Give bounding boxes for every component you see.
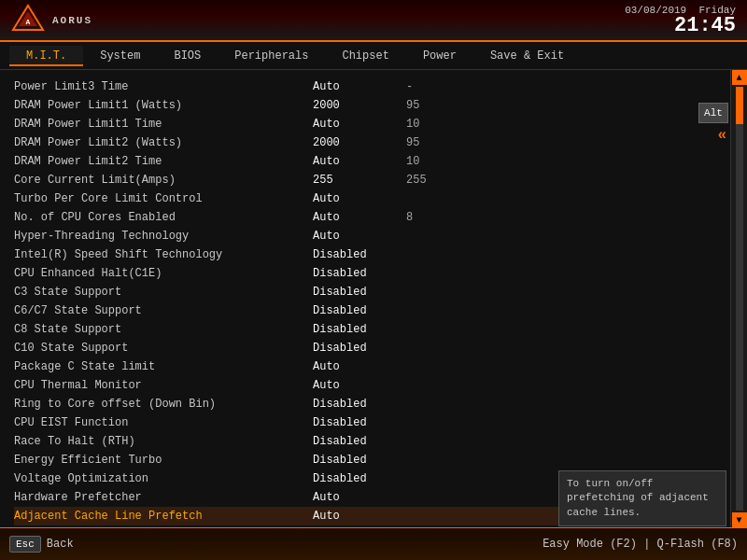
setting-row[interactable]: Turbo Per Core Limit ControlAuto xyxy=(14,189,674,208)
setting-name: CPU EIST Function xyxy=(14,416,313,429)
esc-button-area[interactable]: Esc Back xyxy=(9,536,74,553)
setting-extra: 10 xyxy=(406,118,419,131)
time-display: 21:45 xyxy=(625,16,736,36)
setting-name: Voltage Optimization xyxy=(14,472,313,485)
setting-value: Disabled xyxy=(313,323,406,336)
setting-value: Auto xyxy=(313,230,406,243)
setting-row[interactable]: Package C State limitAuto xyxy=(14,357,674,376)
setting-name: CPU Enhanced Halt(C1E) xyxy=(14,267,313,280)
setting-row[interactable]: C8 State SupportDisabled xyxy=(14,320,674,339)
setting-value: Auto xyxy=(313,510,406,523)
setting-row[interactable]: Intel(R) Speed Shift TechnologyDisabled xyxy=(14,245,674,264)
esc-key[interactable]: Esc xyxy=(9,536,41,553)
setting-name: Power Limit3 Time xyxy=(14,80,313,93)
setting-value: Disabled xyxy=(313,472,406,485)
setting-row[interactable]: No. of CPU Cores EnabledAuto8 xyxy=(14,208,674,227)
nav-item-chipset[interactable]: Chipset xyxy=(325,46,405,66)
svg-text:A: A xyxy=(26,18,31,26)
scroll-thumb[interactable] xyxy=(736,87,743,124)
setting-value: Disabled xyxy=(313,286,406,299)
setting-extra: 95 xyxy=(406,136,419,149)
setting-name: DRAM Power Limit1 Time xyxy=(14,118,313,131)
logo-text: AORUS xyxy=(52,15,92,26)
scroll-track[interactable] xyxy=(736,87,743,511)
setting-name: DRAM Power Limit2 Time xyxy=(14,155,313,168)
scroll-down-button[interactable]: ▼ xyxy=(732,512,747,527)
settings-table: Power Limit3 TimeAuto-DRAM Power Limit1 … xyxy=(0,70,730,527)
setting-row[interactable]: Energy Efficient TurboDisabled xyxy=(14,451,674,469)
aorus-logo-icon: A xyxy=(11,4,45,37)
setting-row[interactable]: Ring to Core offset (Down Bin)Disabled xyxy=(14,395,674,413)
setting-name: No. of CPU Cores Enabled xyxy=(14,211,313,224)
setting-value: Disabled xyxy=(313,416,406,429)
back-arrows-button[interactable]: « xyxy=(717,127,726,144)
setting-name: Ring to Core offset (Down Bin) xyxy=(14,398,313,411)
setting-row[interactable]: Race To Halt (RTH)Disabled xyxy=(14,432,674,451)
setting-value: Disabled xyxy=(313,342,406,355)
setting-name: DRAM Power Limit1 (Watts) xyxy=(14,99,313,112)
logo-area: A AORUS xyxy=(11,4,92,37)
setting-value: Disabled xyxy=(313,304,406,317)
setting-row[interactable]: DRAM Power Limit1 TimeAuto10 xyxy=(14,115,674,133)
setting-name: Hardware Prefetcher xyxy=(14,491,313,504)
setting-row[interactable]: C10 State SupportDisabled xyxy=(14,339,674,357)
setting-row[interactable]: DRAM Power Limit1 (Watts)200095 xyxy=(14,96,674,115)
nav-item-bios[interactable]: BIOS xyxy=(157,46,218,66)
setting-name: Intel(R) Speed Shift Technology xyxy=(14,248,313,261)
setting-value: Disabled xyxy=(313,454,406,467)
setting-value: Auto xyxy=(313,491,406,504)
nav-item-system[interactable]: System xyxy=(83,46,157,66)
setting-extra: 8 xyxy=(406,211,413,224)
setting-name: Energy Efficient Turbo xyxy=(14,454,313,467)
setting-value: 255 xyxy=(313,174,406,187)
scrollbar[interactable]: ▲ ▼ xyxy=(730,70,747,527)
setting-name: CPU Thermal Monitor xyxy=(14,379,313,392)
nav-item-power[interactable]: Power xyxy=(406,46,473,66)
setting-extra: - xyxy=(406,80,413,93)
setting-row[interactable]: DRAM Power Limit2 TimeAuto10 xyxy=(14,152,674,171)
alt-button[interactable]: Alt xyxy=(698,103,728,123)
setting-row[interactable]: CPU Thermal MonitorAuto xyxy=(14,376,674,395)
setting-name: Adjacent Cache Line Prefetch xyxy=(14,510,313,523)
bottom-bar: Esc Back Easy Mode (F2) | Q-Flash (F8) xyxy=(0,527,747,560)
setting-row[interactable]: CPU Enhanced Halt(C1E)Disabled xyxy=(14,264,674,283)
setting-row[interactable]: C3 State SupportDisabled xyxy=(14,283,674,301)
setting-row[interactable]: Core Current Limit(Amps)255255 xyxy=(14,171,674,189)
scroll-up-button[interactable]: ▲ xyxy=(732,70,747,85)
top-bar: A AORUS 03/08/2019 Friday 21:45 xyxy=(0,0,747,42)
setting-name: Hyper-Threading Technology xyxy=(14,230,313,243)
setting-value: Auto xyxy=(313,118,406,131)
setting-value: 2000 xyxy=(313,136,406,149)
setting-value: Disabled xyxy=(313,435,406,448)
setting-row[interactable]: C6/C7 State SupportDisabled xyxy=(14,301,674,320)
tooltip-box: To turn on/off prefetching of adjacent c… xyxy=(558,470,726,526)
bottom-right-hints: Easy Mode (F2) | Q-Flash (F8) xyxy=(543,538,738,551)
nav-item-save---exit[interactable]: Save & Exit xyxy=(473,46,581,66)
setting-value: Auto xyxy=(313,192,406,205)
setting-name: C6/C7 State Support xyxy=(14,304,313,317)
setting-name: Core Current Limit(Amps) xyxy=(14,174,313,187)
setting-value: Auto xyxy=(313,211,406,224)
setting-value: 2000 xyxy=(313,99,406,112)
setting-row[interactable]: DRAM Power Limit2 (Watts)200095 xyxy=(14,133,674,152)
setting-value: Auto xyxy=(313,379,406,392)
setting-value: Disabled xyxy=(313,248,406,261)
setting-row[interactable]: CPU EIST FunctionDisabled xyxy=(14,413,674,432)
main-content: Power Limit3 TimeAuto-DRAM Power Limit1 … xyxy=(0,70,730,527)
setting-value: Auto xyxy=(313,80,406,93)
nav-item-peripherals[interactable]: Peripherals xyxy=(218,46,325,66)
setting-name: Race To Halt (RTH) xyxy=(14,435,313,448)
back-label: Back xyxy=(47,538,74,551)
setting-value: Auto xyxy=(313,155,406,168)
setting-row[interactable]: Power Limit3 TimeAuto- xyxy=(14,77,674,96)
setting-name: DRAM Power Limit2 (Watts) xyxy=(14,136,313,149)
setting-name: Turbo Per Core Limit Control xyxy=(14,192,313,205)
nav-bar: M.I.T.SystemBIOSPeripheralsChipsetPowerS… xyxy=(0,42,747,70)
setting-row[interactable]: Hyper-Threading TechnologyAuto xyxy=(14,227,674,245)
setting-name: Package C State limit xyxy=(14,360,313,373)
nav-item-m-i-t-[interactable]: M.I.T. xyxy=(9,46,83,66)
tooltip-text: To turn on/off prefetching of adjacent c… xyxy=(567,478,709,518)
setting-name: C10 State Support xyxy=(14,342,313,355)
setting-value: Disabled xyxy=(313,267,406,280)
setting-extra: 95 xyxy=(406,99,419,112)
